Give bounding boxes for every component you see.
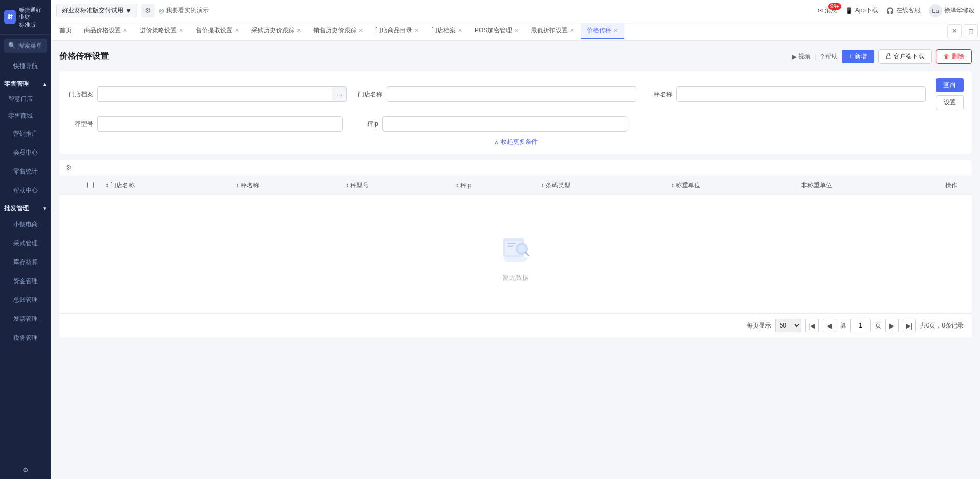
sidebar-quick-nav[interactable]: 快捷导航 (0, 57, 51, 76)
sidebar-item-retail-stats[interactable]: 零售统计 (0, 162, 51, 181)
sidebar-section-retail[interactable]: 零售管理 ▲ (0, 76, 51, 91)
form-row-1: 门店档案 ··· 门店名称 秤名称 查询 (68, 78, 964, 110)
add-button[interactable]: + 新增 (842, 50, 874, 63)
scale-ip-label: 秤ip (353, 120, 378, 128)
tab-close-cost-strategy[interactable]: ✕ (179, 27, 183, 34)
tab-close-store-catalog[interactable]: ✕ (414, 27, 419, 34)
video-link[interactable]: ▶ 视频 (792, 52, 811, 61)
sidebar-section-wholesale[interactable]: 批发管理 ▼ (0, 200, 51, 215)
col-weight-unit: ↕ 称重单位 (666, 176, 796, 195)
next-page-button[interactable]: ▶ (885, 319, 899, 332)
sidebar-item-smart-store[interactable]: 智慧门店 (0, 91, 51, 107)
tabbar: 首页 商品价格设置 ✕ 进价策略设置 ✕ 售价提取设置 ✕ 采购历史价跟踪 ✕ … (51, 21, 980, 41)
tab-price-extract[interactable]: 售价提取设置 ✕ (189, 23, 245, 39)
settings-button[interactable]: 设置 (936, 95, 964, 110)
table-container: ⚙ ↕ 门店名称 ↕ 秤名称 (59, 160, 972, 313)
col-barcode-type: ↕ 条码类型 (536, 176, 666, 195)
collapse-button[interactable]: ∧ 收起更多条件 (494, 138, 538, 146)
tab-price-scale[interactable]: 价格传秤 ✕ (581, 23, 624, 39)
page-number-input[interactable] (850, 319, 871, 332)
topbar-right: ✉ 消息 99+ 📱 App下载 🎧 在线客服 Ea 徐泽华修改 (818, 4, 975, 17)
message-icon: ✉ (818, 7, 823, 14)
help-link[interactable]: ? 帮助 (821, 52, 838, 61)
sidebar-item-inventory[interactable]: 库存核算 (0, 253, 51, 272)
tab-close-price-extract[interactable]: ✕ (235, 27, 239, 34)
version-selector[interactable]: 好业财标准版交付试用 ▼ (56, 4, 137, 17)
tab-close-purchase-history[interactable]: ✕ (296, 27, 301, 34)
scale-name-label: 秤名称 (647, 90, 672, 99)
store-file-picker-button[interactable]: ··· (332, 86, 347, 102)
tab-close-price-scale[interactable]: ✕ (613, 27, 618, 34)
sidebar-item-retail-mall[interactable]: 零售商城 (0, 107, 51, 124)
tab-store-catalog[interactable]: 门店商品目录 ✕ (369, 23, 425, 39)
search-button[interactable]: 查询 (936, 78, 964, 92)
col-store-name: ↕ 门店名称 (100, 176, 230, 195)
sidebar-item-invoice[interactable]: 发票管理 (0, 310, 51, 329)
scale-name-input[interactable] (676, 86, 926, 102)
scale-ip-input[interactable] (382, 116, 628, 132)
demo-link[interactable]: ◎ 我要看实例演示 (159, 6, 209, 15)
first-page-button[interactable]: |◀ (805, 319, 819, 332)
user-profile-button[interactable]: Ea 徐泽华修改 (929, 4, 975, 17)
scale-model-field: 秤型号 (68, 116, 343, 132)
app-download-button[interactable]: 📱 App下载 (845, 6, 878, 15)
sidebar-item-purchase[interactable]: 采购管理 (0, 234, 51, 253)
online-service-button[interactable]: 🎧 在线客服 (886, 6, 921, 15)
store-file-label: 门店档案 (68, 90, 93, 99)
tab-cost-strategy[interactable]: 进价策略设置 ✕ (134, 23, 189, 39)
wholesale-label: 批发管理 (4, 204, 29, 213)
tab-close-sales-history[interactable]: ✕ (358, 27, 363, 34)
sidebar-item-finance[interactable]: 资金管理 (0, 272, 51, 291)
download-icon: 📱 (845, 7, 853, 14)
sidebar-item-ecommerce[interactable]: 小畅电商 (0, 215, 51, 234)
per-page-select[interactable]: 50 10 20 100 (775, 319, 801, 332)
collapse-icon: ∧ (494, 139, 499, 146)
tab-store-profile[interactable]: 门店档案 ✕ (425, 23, 468, 39)
download-button[interactable]: 凸 客户端下载 (878, 49, 932, 64)
tab-close-store-profile[interactable]: ✕ (458, 27, 462, 34)
scale-model-input[interactable] (97, 116, 343, 132)
demo-icon: ◎ (159, 7, 164, 14)
sidebar-item-member[interactable]: 会员中心 (0, 143, 51, 162)
delete-button[interactable]: 🗑 删除 (936, 49, 972, 64)
store-name-field: 门店名称 (357, 86, 636, 102)
sidebar-item-tax[interactable]: 税务管理 (0, 329, 51, 347)
store-file-input-wrapper: ··· (97, 86, 347, 102)
tab-close-pos-encrypt[interactable]: ✕ (514, 27, 519, 34)
prev-page-button[interactable]: ◀ (823, 319, 836, 332)
svg-rect-7 (507, 246, 514, 247)
col-scale-name: ↕ 秤名称 (230, 176, 340, 195)
topbar: 好业财标准版交付试用 ▼ ⚙ ◎ 我要看实例演示 ✉ 消息 99+ 📱 App下… (51, 0, 980, 21)
messages-button[interactable]: ✉ 消息 99+ (818, 6, 837, 15)
store-name-label: 门店名称 (357, 90, 382, 99)
store-name-input[interactable] (387, 86, 636, 102)
tab-min-discount[interactable]: 最低折扣设置 ✕ (525, 23, 581, 39)
sidebar-settings-button[interactable]: ⚙ (0, 461, 51, 479)
topbar-settings-button[interactable]: ⚙ (141, 4, 155, 17)
tab-close-current-button[interactable]: ✕ (947, 24, 962, 38)
sidebar-item-help[interactable]: 帮助中心 (0, 181, 51, 200)
logo-icon: 财 (4, 10, 16, 24)
tab-product-price[interactable]: 商品价格设置 ✕ (78, 23, 134, 39)
tab-close-product-price[interactable]: ✕ (123, 27, 127, 34)
empty-text: 暂无数据 (502, 273, 529, 282)
retail-arrow: ▲ (42, 81, 47, 87)
store-file-input[interactable] (97, 86, 332, 102)
sidebar-item-ledger[interactable]: 总账管理 (0, 291, 51, 310)
last-page-button[interactable]: ▶| (903, 319, 916, 332)
tab-sales-history[interactable]: 销售历史价跟踪 ✕ (307, 23, 369, 39)
search-menu-button[interactable]: 🔍 搜索菜单 (4, 39, 47, 53)
svg-line-5 (525, 252, 528, 255)
sidebar-search-section: 🔍 搜索菜单 (0, 35, 51, 57)
tab-pos-encrypt[interactable]: POS加密管理 ✕ (468, 23, 525, 39)
main-content: 好业财标准版交付试用 ▼ ⚙ ◎ 我要看实例演示 ✉ 消息 99+ 📱 App下… (51, 0, 980, 479)
tab-maximize-button[interactable]: ⊡ (964, 24, 978, 38)
page-actions: ▶ 视频 | ? 帮助 + 新增 凸 客户端下载 🗑 删除 (792, 49, 972, 64)
table-settings-icon[interactable]: ⚙ (66, 164, 72, 171)
tab-home[interactable]: 首页 (53, 23, 78, 39)
tab-close-min-discount[interactable]: ✕ (570, 27, 574, 34)
tab-purchase-history[interactable]: 采购历史价跟踪 ✕ (245, 23, 307, 39)
sidebar-item-marketing[interactable]: 营销推广 (0, 124, 51, 143)
select-all-checkbox[interactable] (87, 182, 94, 188)
settings-icon: ⚙ (23, 466, 29, 474)
